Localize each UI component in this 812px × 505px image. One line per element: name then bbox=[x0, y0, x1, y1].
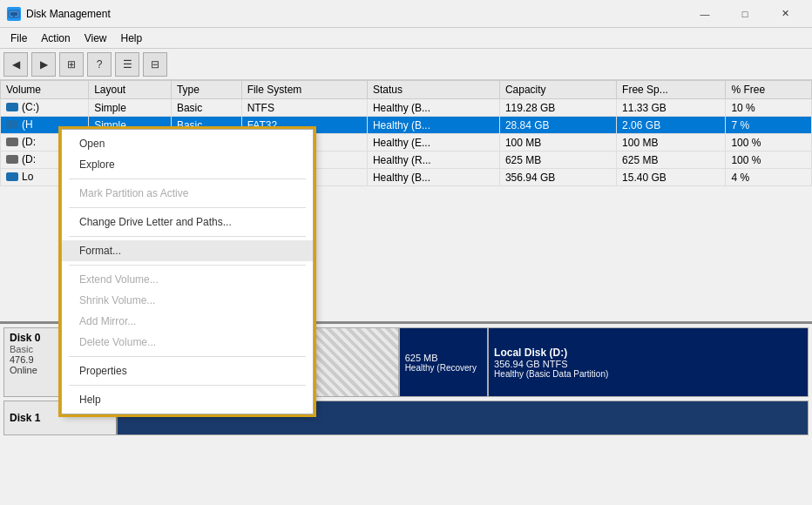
cell-pctfree: 10 % bbox=[726, 99, 812, 117]
ctx-delete: Delete Volume... bbox=[62, 332, 313, 353]
cell-status: Healthy (E... bbox=[367, 134, 499, 152]
context-menu: Open Explore Mark Partition as Active Ch… bbox=[61, 129, 314, 414]
cell-capacity: 119.28 GB bbox=[499, 99, 616, 117]
ctx-separator-4 bbox=[69, 265, 306, 266]
ctx-change-letter[interactable]: Change Drive Letter and Paths... bbox=[62, 212, 313, 232]
menu-bar: File Action View Help bbox=[0, 28, 812, 49]
partition-status: Healthy (Recovery bbox=[405, 363, 482, 373]
cell-pctfree: 100 % bbox=[726, 134, 812, 152]
toolbar: ◀ ▶ ⊞ ? ☰ ⊟ bbox=[0, 49, 812, 80]
toolbar-grid-button[interactable]: ⊞ bbox=[59, 52, 84, 77]
ctx-help[interactable]: Help bbox=[62, 389, 313, 410]
menu-action[interactable]: Action bbox=[34, 30, 77, 46]
ctx-separator-3 bbox=[69, 236, 306, 237]
window-title: Disk Management bbox=[26, 8, 685, 20]
ctx-open[interactable]: Open bbox=[62, 133, 313, 154]
window-controls[interactable]: — □ ✕ bbox=[685, 0, 805, 28]
cell-free: 625 MB bbox=[617, 152, 726, 169]
cell-volume: (C:) bbox=[1, 99, 89, 117]
partition-size: 625 MB bbox=[405, 353, 482, 363]
col-type[interactable]: Type bbox=[171, 81, 241, 99]
ctx-properties[interactable]: Properties bbox=[62, 360, 313, 381]
disk-icon bbox=[6, 138, 18, 146]
maximize-button[interactable]: □ bbox=[725, 0, 765, 28]
minimize-button[interactable]: — bbox=[685, 0, 725, 28]
cell-pctfree: 7 % bbox=[726, 117, 812, 134]
toolbar-back-button[interactable]: ◀ bbox=[3, 52, 28, 77]
cell-free: 2.06 GB bbox=[617, 117, 726, 134]
cell-free: 15.40 GB bbox=[617, 169, 726, 186]
cell-layout: Simple bbox=[89, 99, 172, 117]
ctx-extend: Extend Volume... bbox=[62, 269, 313, 290]
col-pctfree[interactable]: % Free bbox=[726, 81, 812, 99]
cell-free: 11.33 GB bbox=[617, 99, 726, 117]
col-capacity[interactable]: Capacity bbox=[499, 81, 616, 99]
ctx-format[interactable]: Format... bbox=[62, 240, 313, 261]
close-button[interactable]: ✕ bbox=[765, 0, 805, 28]
disk-0-partition-2[interactable]: 625 MB Healthy (Recovery bbox=[400, 328, 489, 396]
svg-rect-1 bbox=[10, 12, 17, 16]
svg-point-2 bbox=[13, 16, 15, 17]
partition-size: 356.94 GB NTFS bbox=[494, 359, 802, 369]
cell-status: Healthy (R... bbox=[367, 152, 499, 169]
cell-status: Healthy (B... bbox=[367, 169, 499, 186]
cell-pctfree: 100 % bbox=[726, 152, 812, 169]
disk-0-partition-3[interactable]: Local Disk (D:) 356.94 GB NTFS Healthy (… bbox=[489, 328, 808, 396]
ctx-separator-5 bbox=[69, 356, 306, 357]
ctx-mark-active: Mark Partition as Active bbox=[62, 183, 313, 204]
cell-capacity: 28.84 GB bbox=[499, 117, 616, 134]
disk-icon bbox=[6, 172, 18, 181]
col-filesystem[interactable]: File System bbox=[241, 81, 367, 99]
partition-name: Local Disk (D:) bbox=[494, 347, 802, 359]
table-row[interactable]: (C:) Simple Basic NTFS Healthy (B... 119… bbox=[1, 99, 812, 117]
disk-icon bbox=[6, 120, 18, 129]
toolbar-help-button[interactable]: ? bbox=[87, 52, 112, 77]
partition-status: Healthy (Basic Data Partition) bbox=[494, 369, 802, 379]
menu-file[interactable]: File bbox=[3, 30, 34, 46]
ctx-shrink: Shrink Volume... bbox=[62, 290, 313, 311]
table-header-row: Volume Layout Type File System Status Ca… bbox=[1, 81, 812, 99]
cell-free: 100 MB bbox=[617, 134, 726, 152]
toolbar-forward-button[interactable]: ▶ bbox=[31, 52, 56, 77]
col-freespace[interactable]: Free Sp... bbox=[617, 81, 726, 99]
ctx-add-mirror: Add Mirror... bbox=[62, 311, 313, 332]
cell-type: Basic bbox=[171, 99, 241, 117]
menu-help[interactable]: Help bbox=[114, 30, 150, 46]
app-icon bbox=[7, 7, 21, 21]
ctx-explore[interactable]: Explore bbox=[62, 154, 313, 175]
title-bar: Disk Management — □ ✕ bbox=[0, 0, 812, 28]
col-layout[interactable]: Layout bbox=[89, 81, 172, 99]
cell-capacity: 356.94 GB bbox=[499, 169, 616, 186]
ctx-separator-1 bbox=[69, 178, 306, 179]
cell-capacity: 100 MB bbox=[499, 134, 616, 152]
cell-capacity: 625 MB bbox=[499, 152, 616, 169]
ctx-separator-6 bbox=[69, 385, 306, 386]
toolbar-list-button[interactable]: ☰ bbox=[115, 52, 139, 77]
col-status[interactable]: Status bbox=[367, 81, 499, 99]
menu-view[interactable]: View bbox=[78, 30, 114, 46]
disk-1-name: Disk 1 bbox=[10, 412, 40, 424]
col-volume[interactable]: Volume bbox=[1, 81, 89, 99]
disk-icon bbox=[6, 155, 18, 164]
toolbar-detail-button[interactable]: ⊟ bbox=[143, 52, 167, 77]
cell-status: Healthy (B... bbox=[367, 117, 499, 134]
cell-fs: NTFS bbox=[241, 99, 367, 117]
ctx-separator-2 bbox=[69, 207, 306, 208]
cell-status: Healthy (B... bbox=[367, 99, 499, 117]
disk-icon bbox=[6, 103, 18, 111]
cell-pctfree: 4 % bbox=[726, 169, 812, 186]
